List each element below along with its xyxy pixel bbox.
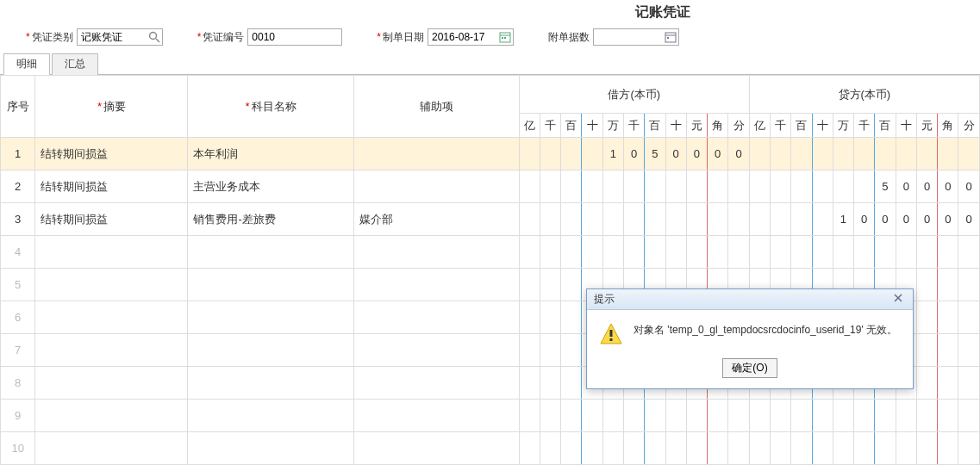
- calendar-icon[interactable]: [664, 30, 677, 44]
- voucher-grid: 序号 *摘要 *科目名称 辅助项 借方(本币) 贷方(本币) 亿千百十万千百十元…: [0, 75, 980, 465]
- label-voucher-type: 凭证类别: [32, 30, 73, 45]
- unit-header: 分: [958, 114, 980, 138]
- dialog-title: 提示: [594, 292, 615, 307]
- unit-header: 角: [708, 114, 728, 138]
- required-mark: *: [26, 31, 30, 43]
- ok-button[interactable]: 确定(O): [722, 358, 777, 378]
- close-icon[interactable]: [892, 292, 906, 306]
- page-title: 记账凭证: [345, 0, 980, 27]
- search-icon[interactable]: [147, 30, 161, 44]
- unit-header: 百: [645, 114, 665, 138]
- unit-header: 亿: [519, 114, 540, 138]
- unit-header: 元: [916, 114, 937, 138]
- col-summary: *摘要: [35, 76, 188, 138]
- unit-header: 百: [791, 114, 812, 138]
- calendar-icon[interactable]: [498, 30, 512, 44]
- label-voucher-no: 凭证编号: [203, 30, 244, 45]
- unit-header: 千: [771, 114, 791, 138]
- tabs: 明细 汇总: [0, 53, 980, 75]
- unit-header: 百: [561, 114, 582, 138]
- table-row[interactable]: 1结转期间损益本年利润1050000: [1, 138, 980, 170]
- col-debit: 借方(本币): [519, 76, 749, 114]
- unit-header: 万: [833, 114, 853, 138]
- unit-header: 十: [896, 114, 916, 138]
- warning-icon: [599, 322, 623, 346]
- voucher-no-input[interactable]: [247, 28, 342, 46]
- unit-header: 亿: [749, 114, 770, 138]
- svg-rect-5: [504, 37, 506, 39]
- table-row[interactable]: 9: [1, 400, 980, 432]
- svg-rect-13: [610, 338, 613, 341]
- dialog-message: 对象名 'temp_0_gl_tempdocsrcdocinfo_userid_…: [634, 322, 897, 346]
- svg-rect-12: [610, 330, 613, 337]
- unit-header: 百: [875, 114, 896, 138]
- unit-header: 千: [854, 114, 875, 138]
- unit-header: 十: [665, 114, 686, 138]
- unit-header: 千: [624, 114, 645, 138]
- svg-rect-8: [667, 37, 669, 39]
- table-row[interactable]: 2结转期间损益主营业务成本50000: [1, 170, 980, 203]
- tab-summary[interactable]: 汇总: [52, 53, 98, 75]
- unit-header: 分: [728, 114, 749, 138]
- table-row[interactable]: 10: [1, 432, 980, 465]
- col-credit: 贷方(本币): [749, 76, 979, 114]
- table-row[interactable]: 3结转期间损益销售费用-差旅费媒介部1000000: [1, 203, 980, 236]
- svg-rect-4: [502, 37, 503, 39]
- label-attachments: 附单据数: [548, 30, 590, 45]
- label-date: 制单日期: [383, 30, 424, 45]
- svg-point-0: [149, 33, 156, 40]
- tab-detail[interactable]: 明细: [3, 53, 50, 75]
- required-mark: *: [377, 31, 381, 43]
- required-mark: *: [197, 31, 202, 43]
- col-seq: 序号: [1, 76, 35, 138]
- header-form: * 凭证类别 * 凭证编号 * 制单日期 附单据数: [0, 27, 980, 53]
- alert-dialog: 提示 对象名 'temp_0_gl_tempdocsrcdocinfo_user…: [586, 288, 914, 389]
- unit-header: 元: [686, 114, 707, 138]
- unit-header: 角: [938, 114, 958, 138]
- svg-line-1: [156, 39, 159, 42]
- unit-header: 万: [602, 114, 623, 138]
- col-subject: *科目名称: [188, 76, 353, 138]
- unit-header: 十: [582, 114, 602, 138]
- table-row[interactable]: 4: [1, 236, 980, 269]
- col-aux: 辅助项: [353, 76, 519, 138]
- svg-rect-6: [665, 33, 676, 42]
- unit-header: 千: [540, 114, 560, 138]
- unit-header: 十: [812, 114, 833, 138]
